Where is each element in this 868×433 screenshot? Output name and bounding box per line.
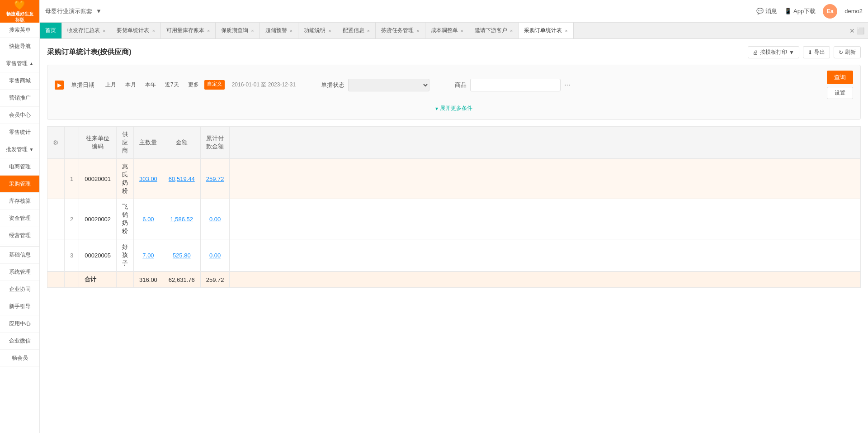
- tab-overstock-close[interactable]: ×: [290, 28, 292, 33]
- status-filter-select[interactable]: [348, 79, 429, 91]
- row-paid-amount[interactable]: 0.00: [200, 199, 230, 239]
- logo-text: 畅捷通好生意: [6, 11, 33, 17]
- row-paid-amount[interactable]: 259.72: [200, 159, 230, 199]
- tab-cost-adjust-close[interactable]: ×: [461, 28, 463, 33]
- sidebar-search[interactable]: 搜索英单: [0, 23, 39, 38]
- sidebar-item-app-center[interactable]: 应用中心: [0, 315, 39, 333]
- column-settings-btn[interactable]: ⚙: [53, 139, 59, 146]
- tab-cost-adjust[interactable]: 成本调整单 ×: [425, 23, 469, 39]
- sidebar-marketing-label: 营销推广: [9, 94, 31, 102]
- sidebar-operations-label: 经营管理: [9, 232, 31, 239]
- app-download-btn[interactable]: 📱 App下载: [784, 7, 816, 15]
- row-amount[interactable]: 1,586.52: [163, 199, 200, 239]
- date-btn-cur-year[interactable]: 本年: [142, 80, 160, 90]
- sidebar-search-label[interactable]: 搜索英单: [9, 27, 31, 33]
- filter-expand-btn[interactable]: ▶: [55, 81, 64, 90]
- sidebar-item-members[interactable]: 会员中心: [0, 107, 39, 124]
- message-label: 消息: [765, 7, 777, 15]
- workspace-selector[interactable]: 母婴行业演示账套 ▼: [45, 7, 102, 15]
- goods-filter-input[interactable]: [470, 79, 561, 91]
- tab-receive-summary[interactable]: 收发存汇总表 ×: [62, 23, 111, 39]
- tab-expiry[interactable]: 保质期查询 ×: [216, 23, 259, 39]
- row-unit-code: 00020005: [79, 239, 117, 272]
- sidebar-item-retail-mgmt[interactable]: 零售管理 ▲: [0, 55, 39, 72]
- export-button[interactable]: ⬇ 导出: [803, 46, 830, 58]
- tab-pickup-task-label: 拣货任务管理: [381, 27, 414, 34]
- sidebar-quick-label[interactable]: 快捷导航: [9, 43, 31, 49]
- sidebar-item-marketing[interactable]: 营销推广: [0, 90, 39, 107]
- date-custom-badge[interactable]: 自定义: [204, 80, 225, 90]
- footer-supplier-cell: [117, 271, 134, 288]
- sidebar-wholesale-arrow: ▼: [29, 147, 34, 152]
- workspace-label: 母婴行业演示账套: [45, 7, 92, 15]
- sidebar-quick-nav[interactable]: 快捷导航: [0, 38, 39, 55]
- row-amount[interactable]: 60,519.44: [163, 159, 200, 199]
- tab-config-info-close[interactable]: ×: [367, 28, 370, 33]
- goods-filter-more-icon[interactable]: ···: [564, 81, 570, 89]
- tab-pickup-task[interactable]: 拣货任务管理 ×: [376, 23, 425, 39]
- date-btn-7days[interactable]: 近7天: [161, 80, 183, 90]
- tab-function-desc[interactable]: 功能说明 ×: [298, 23, 337, 39]
- row-settings-cell: [47, 239, 65, 272]
- date-btn-prev-month[interactable]: 上月: [102, 80, 120, 90]
- print-label: 按模板打印: [760, 48, 787, 56]
- sidebar-item-inventory[interactable]: 库存核算: [0, 193, 39, 210]
- sidebar-item-retail-mall[interactable]: 零售商城: [0, 72, 39, 90]
- sidebar-item-system[interactable]: 系统管理: [0, 264, 39, 281]
- tab-config-info[interactable]: 配置信息 ×: [337, 23, 376, 39]
- sidebar-item-wholesale[interactable]: 批发管理 ▼: [0, 141, 39, 158]
- tab-available-stock[interactable]: 可用量库存账本 ×: [161, 23, 216, 39]
- tab-maximize-icon[interactable]: ⬜: [857, 27, 864, 34]
- tab-receive-summary-close[interactable]: ×: [103, 28, 105, 33]
- sidebar-item-retail-stats[interactable]: 零售统计: [0, 124, 39, 141]
- message-btn[interactable]: 💬 消息: [756, 7, 777, 15]
- row-extra: [230, 239, 861, 272]
- tab-overstock[interactable]: 超储预警 ×: [260, 23, 298, 39]
- tab-expiry-close[interactable]: ×: [251, 28, 254, 33]
- refresh-button[interactable]: ↻ 刷新: [834, 46, 861, 58]
- user-avatar[interactable]: Ea: [823, 4, 837, 19]
- sidebar-item-basic-info[interactable]: 基础信息: [0, 246, 39, 264]
- tab-invite-downstream[interactable]: 邀请下游客户 ×: [469, 23, 519, 39]
- tab-invite-close[interactable]: ×: [510, 28, 513, 33]
- sidebar-item-operations[interactable]: 经营管理: [0, 227, 39, 244]
- query-settings-group: 查询 设置: [827, 71, 853, 99]
- row-main-qty[interactable]: 6.00: [134, 199, 163, 239]
- row-main-qty[interactable]: 7.00: [134, 239, 163, 272]
- tab-function-desc-label: 功能说明: [304, 27, 326, 34]
- sidebar-item-enterprise[interactable]: 企业协同: [0, 281, 39, 298]
- tab-purchase-summary[interactable]: 采购订单统计表 ×: [519, 23, 573, 39]
- sidebar-item-members2[interactable]: 畅会员: [0, 350, 39, 367]
- sidebar-ecommerce-label: 电商管理: [9, 163, 31, 171]
- footer-main-qty: 316.00: [134, 271, 163, 288]
- row-paid-amount[interactable]: 0.00: [200, 239, 230, 272]
- row-amount[interactable]: 525.80: [163, 239, 200, 272]
- date-quick-btns: 上月 本月 本年 近7天 更多 自定义: [102, 80, 225, 90]
- tab-requisition-close[interactable]: ×: [152, 28, 155, 33]
- expand-more-conditions-btn[interactable]: ▾ 展开更多条件: [55, 103, 853, 114]
- table-header-row: ⚙ 往来单位编码 供应商 主数量 金额 累计付款金额: [47, 127, 861, 159]
- table-row: 2 00020002 飞鹤奶粉 6.00 1,586.52 0.00: [47, 199, 861, 239]
- goods-filter-label: 商品: [455, 81, 467, 89]
- date-btn-cur-month[interactable]: 本月: [122, 80, 140, 90]
- print-button[interactable]: 🖨 按模板打印 ▼: [748, 46, 799, 58]
- workspace-dropdown-icon[interactable]: ▼: [96, 8, 102, 14]
- sidebar-item-purchase[interactable]: 采购管理: [0, 176, 39, 193]
- sidebar-item-ecommerce[interactable]: 电商管理: [0, 158, 39, 176]
- tab-pickup-task-close[interactable]: ×: [416, 28, 419, 33]
- tab-function-desc-close[interactable]: ×: [328, 28, 331, 33]
- sidebar-item-new-guide[interactable]: 新手引导: [0, 298, 39, 315]
- tab-requisition-summary[interactable]: 要货单统计表 ×: [111, 23, 160, 39]
- sidebar-item-enterprise-wechat[interactable]: 企业微信: [0, 333, 39, 350]
- sidebar-item-finance[interactable]: 资金管理: [0, 210, 39, 227]
- query-button[interactable]: 查询: [827, 71, 853, 84]
- row-main-qty[interactable]: 303.00: [134, 159, 163, 199]
- tab-home[interactable]: 首页: [40, 23, 62, 39]
- date-btn-more[interactable]: 更多: [184, 80, 203, 90]
- user-name[interactable]: demo2: [844, 8, 863, 14]
- tab-close-all-icon[interactable]: ✕: [849, 27, 855, 34]
- tab-purchase-summary-close[interactable]: ×: [565, 28, 567, 33]
- th-settings: ⚙: [47, 127, 65, 159]
- settings-button[interactable]: 设置: [827, 87, 853, 99]
- tab-available-stock-close[interactable]: ×: [207, 28, 210, 33]
